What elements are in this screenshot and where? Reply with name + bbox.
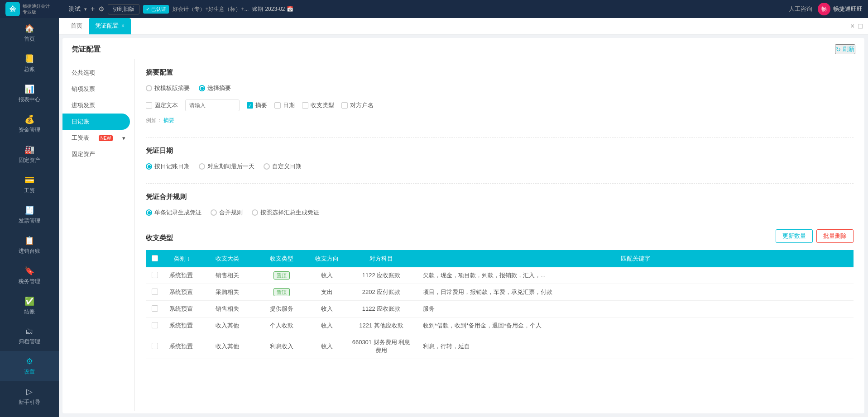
table-row: 系统预置 销售相关 提供服务 收入 1122 应收账款 服务 <box>146 301 854 317</box>
sidebar-item-label: 固定资产 <box>19 156 40 164</box>
row-checkbox-2[interactable] <box>152 305 158 312</box>
left-nav-payroll[interactable]: 工资表 NEW ▾ <box>62 130 134 146</box>
row-checkbox-cell <box>146 334 164 359</box>
row-type: 置顶 <box>254 267 309 284</box>
table-body: 系统预置 销售相关 置顶 收入 1122 应收账款 欠款，现金，项目款，到款，报… <box>146 267 854 359</box>
topbar-settings-icon[interactable]: ⚙ <box>98 5 104 13</box>
radio-summary-gen[interactable]: 按照选择汇总生成凭证 <box>252 208 319 217</box>
refresh-icon: ↻ <box>836 46 841 53</box>
checkbox-box-fixed-text <box>146 102 152 109</box>
radio-merge[interactable]: 合并规则 <box>211 208 243 217</box>
salary-icon: 💳 <box>24 175 34 185</box>
checkbox-fixed-text[interactable]: 固定文本 <box>146 101 178 109</box>
sidebar-item-report[interactable]: 📊 报表中心 <box>0 79 59 109</box>
user-info: 畅 畅捷通旺旺 <box>818 3 863 15</box>
summary-checkbox-row: 固定文本 ✓ 摘要 日期 <box>146 100 854 111</box>
sidebar-item-archive[interactable]: 🗂 归档管理 <box>0 321 59 351</box>
radio-circle-single <box>146 209 152 216</box>
left-nav: 公共选项 销项发票 进项发票 日记账 工资表 NEW ▾ <box>62 59 135 411</box>
sidebar-item-asset[interactable]: 🏭 固定资产 <box>0 139 59 170</box>
archive-icon: 🗂 <box>25 327 34 336</box>
row-direction: 收入 <box>309 317 345 334</box>
right-content: 摘要配置 按模板版摘要 选择摘要 <box>135 59 864 411</box>
th-direction: 收支方向 <box>309 250 345 267</box>
radio-period-last[interactable]: 对应期间最后一天 <box>199 162 254 171</box>
table-header-row: 类别 ↕ 收支大类 收支类型 收支方向 对方科目 匹配关键字 <box>146 250 854 267</box>
period-label: 账期 2023-02 📅 <box>252 5 293 13</box>
select-all-checkbox[interactable] <box>152 255 158 261</box>
calendar-icon[interactable]: 📅 <box>287 6 293 12</box>
row-checkbox-1[interactable] <box>152 289 158 295</box>
sidebar-item-purchase[interactable]: 📋 进销台账 <box>0 230 59 261</box>
tab-voucher-config[interactable]: 凭证配置 × <box>89 18 131 34</box>
top-tag[interactable]: 置顶 <box>273 271 290 280</box>
th-major: 收支大类 <box>200 250 254 267</box>
topbar: 会 畅捷通好会计 专业版 测试 ▾ + ⚙ 切到旧版 ✓ 已认证 好会计（专）+… <box>0 0 868 18</box>
row-account: 1122 应收账款 <box>345 267 417 284</box>
left-nav-sales[interactable]: 销项发票 <box>62 81 134 97</box>
income-expense-section: 收支类型 更新数量 批量删除 <box>146 229 854 359</box>
sidebar-item-member[interactable]: ♦ 畅会员 <box>0 412 59 417</box>
left-nav-public[interactable]: 公共选项 <box>62 65 134 81</box>
left-nav-journal[interactable]: 日记账 <box>62 114 130 130</box>
row-direction: 收入 <box>309 334 345 359</box>
close-icon[interactable]: × <box>121 23 125 29</box>
merge-section: 凭证合并规则 单条记录生成凭证 合并规则 <box>146 193 854 217</box>
dropdown-arrow-icon[interactable]: ▾ <box>84 6 87 12</box>
row-type: 提供服务 <box>254 301 309 317</box>
checkbox-summary[interactable]: ✓ 摘要 <box>247 101 267 109</box>
sidebar-item-ledger[interactable]: 📒 总账 <box>0 48 59 79</box>
tab-home[interactable]: 首页 <box>64 18 89 34</box>
sidebar-item-label: 结账 <box>24 308 35 316</box>
switch-version-button[interactable]: 切到旧版 <box>108 4 139 14</box>
checkbox-date[interactable]: 日期 <box>274 101 295 109</box>
sidebar-item-tax[interactable]: 🔖 税务管理 <box>0 261 59 291</box>
update-count-button[interactable]: 更新数量 <box>776 229 813 243</box>
expand-icon: ▾ <box>122 135 125 142</box>
sort-icon: ↕ <box>187 255 191 262</box>
add-icon[interactable]: + <box>91 5 95 13</box>
maximize-button[interactable]: □ <box>858 22 863 30</box>
main-layout: 🏠 首页 📒 总账 📊 报表中心 💰 资金管理 🏭 固定资产 💳 工资 🧾 发票… <box>0 18 868 417</box>
radio-template[interactable]: 按模板版摘要 <box>146 84 190 92</box>
radio-journal-date[interactable]: 按日记账日期 <box>146 162 190 171</box>
settings-icon: ⚙ <box>26 356 33 366</box>
sidebar-item-salary[interactable]: 💳 工资 <box>0 170 59 200</box>
checkbox-counterparty[interactable]: 对方户名 <box>341 101 374 109</box>
row-checkbox-3[interactable] <box>152 322 158 328</box>
sidebar-item-invoice[interactable]: 🧾 发票管理 <box>0 200 59 230</box>
row-major: 销售相关 <box>200 267 254 284</box>
th-type: 收支类型 <box>254 250 309 267</box>
sidebar-item-label: 总账 <box>24 66 35 73</box>
sidebar-item-fund[interactable]: 💰 资金管理 <box>0 109 59 139</box>
row-major: 采购相关 <box>200 284 254 301</box>
top-tag[interactable]: 置顶 <box>273 288 290 296</box>
radio-select[interactable]: 选择摘要 <box>199 84 231 92</box>
left-nav-purchase-inv[interactable]: 进项发票 <box>62 97 134 114</box>
fixed-text-input[interactable] <box>185 100 240 111</box>
row-major: 收入其他 <box>200 317 254 334</box>
row-category: 系统预置 <box>164 301 200 317</box>
radio-circle-period-last <box>199 163 205 170</box>
minimize-button[interactable]: × <box>850 22 854 30</box>
logo-text: 畅捷通好会计 专业版 <box>23 3 50 15</box>
example-value: 摘要 <box>163 117 174 123</box>
topbar-right: 人工咨询 畅 畅捷通旺旺 <box>789 3 863 15</box>
batch-delete-button[interactable]: 批量删除 <box>816 229 854 243</box>
consult-link[interactable]: 人工咨询 <box>789 5 812 13</box>
left-nav-fixed-asset[interactable]: 固定资产 <box>62 146 134 162</box>
sidebar-item-settings[interactable]: ⚙ 设置 <box>0 351 59 381</box>
radio-single[interactable]: 单条记录生成凭证 <box>146 208 201 217</box>
sidebar-item-settlement[interactable]: ✅ 结账 <box>0 291 59 321</box>
example-text: 例如： 摘要 <box>146 117 854 124</box>
row-checkbox-4[interactable] <box>152 343 158 349</box>
row-checkbox-0[interactable] <box>152 272 158 278</box>
row-major: 收入其他 <box>200 334 254 359</box>
summary-title: 摘要配置 <box>146 68 854 77</box>
refresh-button[interactable]: ↻ 刷新 <box>835 44 855 54</box>
sidebar-item-guide[interactable]: ▷ 新手引导 <box>0 381 59 412</box>
row-category: 系统预置 <box>164 284 200 301</box>
sidebar-item-home[interactable]: 🏠 首页 <box>0 18 59 48</box>
checkbox-type[interactable]: 收支类型 <box>302 101 334 109</box>
radio-custom-date[interactable]: 自定义日期 <box>264 162 302 171</box>
